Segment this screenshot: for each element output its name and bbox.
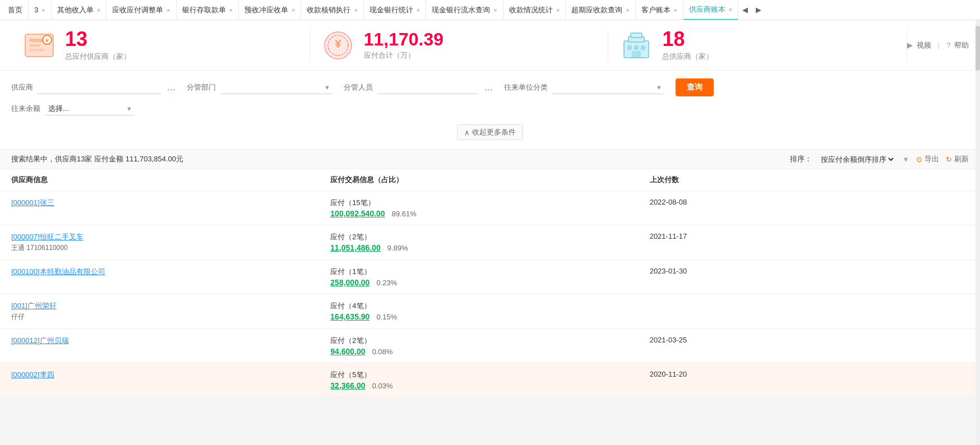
- close-tab-ar-ap-adjust[interactable]: ×: [167, 7, 170, 13]
- stat-number-total-suppliers: 18: [662, 29, 713, 49]
- nav-tab-home-label: 首页: [8, 5, 22, 15]
- stat-label-payable-total: 应付合计（万）: [364, 50, 443, 61]
- nav-tab-receipt-stats-label: 收款情况统计: [509, 5, 553, 15]
- dept-select-wrapper: ▼: [220, 81, 332, 94]
- nav-tab-bank-deposit-label: 银行存取款单: [182, 5, 226, 15]
- nav-tab-3[interactable]: 3 ×: [29, 0, 52, 20]
- payable-amount-0[interactable]: 100,092,540.00: [330, 209, 385, 218]
- payable-amount-2[interactable]: 258,000.00: [330, 278, 369, 287]
- nav-tab-receipt-exec[interactable]: 收款核销执行 ×: [301, 0, 363, 20]
- search-field-supplier: 供应商 …: [11, 81, 175, 94]
- close-tab-advance-offset[interactable]: ×: [292, 7, 295, 13]
- close-tab-other-income[interactable]: ×: [97, 7, 100, 13]
- close-tab-supplier-ledger[interactable]: ×: [729, 6, 732, 13]
- collapse-button[interactable]: ∧ 收起更多条件: [457, 124, 523, 140]
- collapse-label: 收起更多条件: [472, 127, 516, 137]
- close-tab-receipt-exec[interactable]: ×: [354, 7, 357, 13]
- help-link[interactable]: ? 帮助: [946, 40, 969, 50]
- nav-arrow-left[interactable]: ◀: [738, 0, 752, 20]
- nav-tab-ar-ap-adjust-label: 应收应付调整单: [112, 5, 163, 15]
- close-tab-cash-bank-stats[interactable]: ×: [417, 7, 420, 13]
- supplier-link-1[interactable]: [000007]恒旺二手叉车: [11, 233, 84, 241]
- refresh-button[interactable]: ↻ 刷新: [946, 154, 969, 164]
- dept-input[interactable]: [220, 81, 332, 94]
- export-label: 导出: [924, 154, 939, 164]
- svg-text:¥: ¥: [45, 38, 49, 43]
- nav-tab-receipt-stats[interactable]: 收款情况统计 ×: [503, 0, 566, 20]
- nav-tab-overdue-ar-label: 超期应收款查询: [571, 5, 622, 15]
- close-tab-overdue-ar[interactable]: ×: [626, 7, 629, 13]
- supplier-sub-3: 仔仔: [11, 312, 330, 322]
- table-row: [001]广州荣轩 仔仔 应付（4笔） 164,635.90 0.15%: [0, 294, 980, 329]
- nav-tab-supplier-ledger[interactable]: 供应商账本 ×: [683, 0, 738, 20]
- stat-number-suppliers-payable: 13: [65, 29, 131, 49]
- sort-select[interactable]: 按应付余额倒序排序: [819, 155, 895, 164]
- nav-tab-ar-ap-adjust[interactable]: 应收应付调整单 ×: [107, 0, 176, 20]
- supplier-cell-0: [000001]张三: [11, 198, 330, 208]
- lastpay-cell-1: 2021-11-17: [650, 232, 969, 240]
- supplier-link-4[interactable]: [000012]广州贝瑞: [11, 336, 69, 345]
- lastpay-value-5: 2020-11-20: [650, 370, 687, 378]
- query-button[interactable]: 查询: [676, 78, 714, 96]
- export-button[interactable]: ⊙ 导出: [916, 154, 939, 164]
- nav-tab-bank-deposit[interactable]: 银行存取款单 ×: [177, 0, 239, 20]
- payable-pct-0: 89.61%: [392, 210, 417, 218]
- supplier-cell-5: [000002]李四: [11, 370, 330, 380]
- category-input[interactable]: [552, 81, 664, 94]
- col-header-supplier: 供应商信息: [11, 175, 330, 185]
- nav-tab-cash-bank-flow[interactable]: 现金银行流水查询 ×: [426, 0, 503, 20]
- payable-amount-4[interactable]: 94,600.00: [330, 347, 365, 356]
- search-field-balance: 往来余额 选择... ▼: [11, 102, 135, 115]
- balance-select-wrapper: 选择... ▼: [45, 102, 135, 115]
- supplier-link-5[interactable]: [000002]李四: [11, 370, 54, 379]
- payable-cell-5: 应付（5笔） 32,366.00 0.03%: [330, 370, 649, 390]
- nav-tab-cash-bank-stats[interactable]: 现金银行统计 ×: [364, 0, 426, 20]
- payable-amount-3[interactable]: 164,635.90: [330, 312, 369, 321]
- scrollbar-thumb[interactable]: [976, 26, 980, 71]
- col-header-lastpay: 上次付数: [650, 175, 969, 185]
- nav-tab-other-income[interactable]: 其他收入单 ×: [52, 0, 107, 20]
- nav-tab-advance-offset[interactable]: 预收冲应收单 ×: [239, 0, 301, 20]
- payable-row-0: 100,092,540.00 89.61%: [330, 208, 649, 218]
- supplier-link-2[interactable]: [000100]本特勤油品有限公司: [11, 267, 105, 276]
- nav-tab-overdue-ar[interactable]: 超期应收款查询 ×: [566, 0, 635, 20]
- payable-cell-1: 应付（2笔） 11,051,486.00 9.89%: [330, 232, 649, 252]
- payable-amount-5[interactable]: 32,366.00: [330, 381, 365, 390]
- supplier-link-3[interactable]: [001]广州荣轩: [11, 302, 57, 310]
- lastpay-cell-5: 2020-11-20: [650, 370, 969, 378]
- payable-cell-3: 应付（4笔） 164,635.90 0.15%: [330, 301, 649, 321]
- category-label: 往来单位分类: [504, 82, 548, 92]
- supplier-link-0[interactable]: [000001]张三: [11, 198, 54, 207]
- payable-amount-1[interactable]: 11,051,486.00: [330, 243, 381, 252]
- nav-tab-home[interactable]: 首页: [2, 0, 29, 20]
- video-link[interactable]: ▶ 视频: [907, 40, 931, 50]
- nav-tab-cash-bank-flow-label: 现金银行流水查询: [432, 5, 490, 15]
- table-row: [000002]李四 应付（5笔） 32,366.00 0.03% 2020-1…: [0, 363, 980, 397]
- nav-arrow-right[interactable]: ▶: [752, 0, 765, 20]
- close-tab-bank-deposit[interactable]: ×: [229, 7, 233, 13]
- payable-row-4: 94,600.00 0.08%: [330, 346, 649, 356]
- person-dots-btn[interactable]: …: [484, 82, 493, 92]
- col-header-payable: 应付交易信息（占比）: [330, 175, 649, 185]
- payable-label-0: 应付（15笔）: [330, 198, 649, 208]
- close-tab-customer-ledger[interactable]: ×: [674, 7, 677, 13]
- supplier-input[interactable]: [38, 81, 161, 94]
- svg-rect-12: [627, 45, 632, 50]
- lastpay-value-0: 2022-08-08: [650, 198, 687, 206]
- close-tab-cash-bank-flow[interactable]: ×: [493, 7, 497, 13]
- search-row-2: 往来余额 选择... ▼: [11, 102, 969, 115]
- nav-tab-customer-ledger[interactable]: 客户账本 ×: [636, 0, 683, 20]
- person-input[interactable]: [377, 81, 478, 94]
- sort-label: 排序：: [790, 154, 812, 164]
- result-actions: 排序： 按应付余额倒序排序 ▼ ⊙ 导出 ↻ 刷新: [790, 154, 969, 164]
- stat-card-suppliers-payable: ¥ 13 总应付供应商（家）: [11, 29, 310, 62]
- supplier-cell-3: [001]广州荣轩 仔仔: [11, 301, 330, 322]
- lastpay-cell-4: 2021-03-25: [650, 336, 969, 344]
- scrollbar-track[interactable]: [976, 20, 980, 397]
- close-tab-3[interactable]: ×: [41, 7, 45, 13]
- payable-row-1: 11,051,486.00 9.89%: [330, 242, 649, 252]
- supplier-dots-btn[interactable]: …: [167, 82, 175, 92]
- balance-select[interactable]: 选择...: [45, 102, 135, 115]
- supplier-label: 供应商: [11, 82, 33, 92]
- close-tab-receipt-stats[interactable]: ×: [556, 7, 560, 13]
